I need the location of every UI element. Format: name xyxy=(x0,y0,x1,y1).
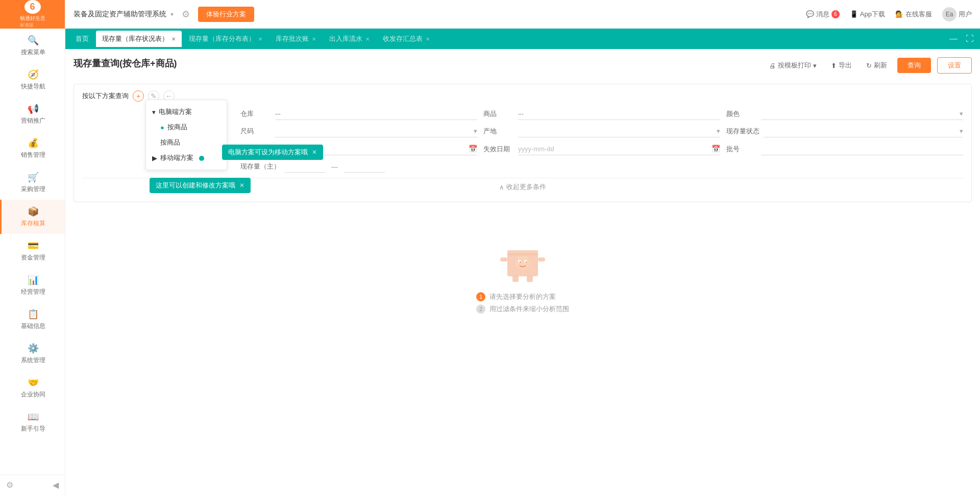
sidebar-footer: ⚙ ◀ xyxy=(0,475,65,495)
sidebar-item-sales[interactable]: 💰 销售管理 xyxy=(0,131,65,166)
online-support-label: 在线客服 xyxy=(905,10,932,19)
origin-select[interactable]: ▾ xyxy=(518,125,720,137)
tab-inout-flow[interactable]: 出入库流水 ✕ xyxy=(323,31,376,47)
export-btn[interactable]: ⬆ 导出 xyxy=(827,59,856,72)
avatar: Ea xyxy=(942,7,957,21)
calendar-icon2: 📅 xyxy=(712,145,720,153)
app-logo: 6 畅通好生意 标准版 xyxy=(0,0,65,29)
tooltip2-text: 这里可以创建和修改方案哦 xyxy=(156,181,235,190)
radio-icon: ● xyxy=(160,124,164,131)
user-btn[interactable]: Ea 用户 xyxy=(942,7,972,21)
app-download-btn[interactable]: 📱 App下载 xyxy=(850,10,885,19)
stock-status-select[interactable]: ▾ xyxy=(764,125,963,137)
sidebar-item-search[interactable]: 🔍 搜索菜单 xyxy=(0,29,65,63)
collapse-arrow-icon2: ▶ xyxy=(152,154,157,162)
tab-close-icon[interactable]: ✕ xyxy=(258,36,262,42)
online-support-btn[interactable]: 💁 在线客服 xyxy=(895,10,932,19)
batch-label: 批号 xyxy=(726,145,757,154)
svg-rect-10 xyxy=(527,276,533,282)
hint1-text: 请先选择要分析的方案 xyxy=(489,292,556,301)
stock-qty-min-input[interactable] xyxy=(284,160,325,173)
basic-icon: 📋 xyxy=(28,309,39,320)
warehouse-dots: ··· xyxy=(275,110,281,117)
tooltip1-close-icon[interactable]: ✕ xyxy=(312,149,317,156)
sidebar-item-purchase[interactable]: 🛒 采购管理 xyxy=(0,166,65,200)
refresh-icon: ↻ xyxy=(866,62,872,69)
print-icon: 🖨 xyxy=(769,62,776,69)
calendar-icon: 📅 xyxy=(469,145,477,153)
tab-receipt-summary[interactable]: 收发存汇总表 ✕ xyxy=(377,31,436,47)
sidebar-item-label: 采购管理 xyxy=(21,185,45,194)
filter-warehouse: 仓库 ··· xyxy=(240,108,477,120)
settings-button[interactable]: 设置 xyxy=(937,57,972,74)
support-icon: 💁 xyxy=(895,10,903,18)
sidebar-item-operation[interactable]: 📊 经营管理 xyxy=(0,268,65,302)
sidebar-item-label: 经营管理 xyxy=(21,288,45,296)
message-btn[interactable]: 💬 消息 6 xyxy=(806,10,840,19)
filter-area: 按以下方案查询 + ✎ ← ▾ 电脑端方案 ● 按商品 按商品 xyxy=(74,84,972,202)
user-label: 用户 xyxy=(959,10,972,19)
tab-close-icon[interactable]: ✕ xyxy=(426,36,430,42)
scheme-tree-mobile[interactable]: ▶ 移动端方案 xyxy=(146,150,227,166)
stock-qty-label: 现存量（主） xyxy=(240,162,280,171)
color-select[interactable]: ▾ xyxy=(761,108,963,120)
sidebar-item-marketing[interactable]: 📢 营销推广 xyxy=(0,97,65,131)
sidebar-item-label: 系统管理 xyxy=(21,356,45,365)
action-bar: 🖨 按模板打印 ▾ ⬆ 导出 ↻ 刷新 查询 设置 xyxy=(765,57,972,74)
newbie-icon: 📖 xyxy=(28,411,39,422)
scheme-tree-desktop[interactable]: ▾ 电脑端方案 xyxy=(146,104,227,120)
export-icon: ⬆ xyxy=(831,62,837,69)
system-icon: ⚙️ xyxy=(28,343,39,354)
add-scheme-btn[interactable]: + xyxy=(133,90,144,102)
stock-qty-max-input[interactable] xyxy=(344,160,385,173)
query-button[interactable]: 查询 xyxy=(897,58,931,73)
sidebar-item-newbie[interactable]: 📖 新手引导 xyxy=(0,405,65,439)
chevron-down-icon: ▾ xyxy=(960,110,963,117)
scheme-tree-item1[interactable]: ● 按商品 xyxy=(146,120,227,135)
logo-icon: 6 xyxy=(24,0,41,14)
footer-collapse-icon[interactable]: ◀ xyxy=(53,480,59,490)
settings-icon[interactable]: ⚙ xyxy=(182,9,190,20)
expire-date-label: 失效日期 xyxy=(483,145,514,154)
tooltip1-text: 电脑方案可设为移动方案哦 xyxy=(228,148,308,157)
sidebar-item-finance[interactable]: 💳 资金管理 xyxy=(0,234,65,268)
filter-size: 尺码 ▾ xyxy=(240,125,477,137)
tab-batch-account[interactable]: 库存批次账 ✕ xyxy=(270,31,322,47)
scheme-tree-item2[interactable]: 按商品 xyxy=(146,135,227,150)
batch-input[interactable] xyxy=(761,143,963,155)
sidebar-item-inventory[interactable]: 📦 库存核算 xyxy=(0,200,65,234)
trial-button[interactable]: 体验行业方案 xyxy=(198,7,254,22)
sidebar-item-label: 基础信息 xyxy=(21,322,45,331)
tab-minimize-icon[interactable]: — xyxy=(947,34,960,43)
content-area: 现存量查询(按仓库+商品) 🖨 按模板打印 ▾ ⬆ 导出 ↻ 刷新 查询 设置 xyxy=(65,49,980,495)
tab-maximize-icon[interactable]: ⛶ xyxy=(964,34,976,43)
sidebar-item-enterprise[interactable]: 🤝 企业协同 xyxy=(0,371,65,405)
tooltip2-close-icon[interactable]: ✕ xyxy=(239,182,244,189)
print-btn[interactable]: 🖨 按模板打印 ▾ xyxy=(765,59,821,72)
chevron-down-icon: ▾ xyxy=(170,11,174,18)
brand-sub: 标准版 xyxy=(20,22,45,29)
footer-settings-icon[interactable]: ⚙ xyxy=(6,480,13,490)
tab-inventory-status[interactable]: 现存量（库存状况表） ✕ xyxy=(96,31,182,47)
sidebar-item-label: 企业协同 xyxy=(21,390,45,399)
hint2-text: 用过滤条件来缩小分析范围 xyxy=(489,304,569,314)
marketing-icon: 📢 xyxy=(28,103,39,114)
system-title-text: 装备及固定资产辅助管理系统 xyxy=(74,10,166,19)
tab-close-icon[interactable]: ✕ xyxy=(312,36,316,42)
tab-inventory-dist[interactable]: 现存量（库存分布表） ✕ xyxy=(183,31,268,47)
tab-home[interactable]: 首页 xyxy=(69,31,95,47)
size-select[interactable]: ▾ xyxy=(275,125,477,137)
sidebar-item-guide[interactable]: 🧭 快捷导航 xyxy=(0,63,65,97)
sidebar-item-basic[interactable]: 📋 基础信息 xyxy=(0,302,65,337)
tab-close-icon[interactable]: ✕ xyxy=(365,36,370,42)
connection-dot xyxy=(199,156,204,161)
warehouse-select[interactable]: ··· xyxy=(275,108,477,120)
message-badge: 6 xyxy=(831,10,840,18)
inventory-icon: 📦 xyxy=(28,206,39,217)
expire-date-input[interactable]: yyyy-mm-dd 📅 xyxy=(518,143,720,155)
refresh-btn[interactable]: ↻ 刷新 xyxy=(862,59,891,72)
tooltip-scheme2: 这里可以创建和修改方案哦 ✕ xyxy=(150,178,251,193)
goods-select[interactable]: ··· xyxy=(518,108,720,120)
tab-close-icon[interactable]: ✕ xyxy=(172,36,176,42)
sidebar-item-system[interactable]: ⚙️ 系统管理 xyxy=(0,337,65,371)
